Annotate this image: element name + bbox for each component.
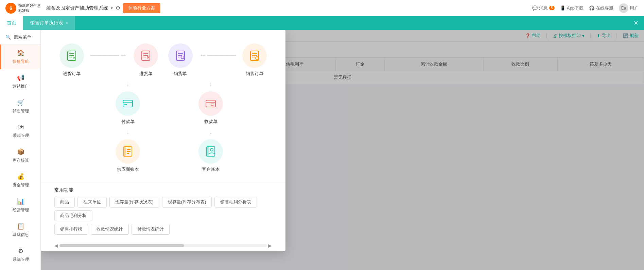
sales-order-circle — [242, 43, 267, 68]
system-dropdown-btn[interactable]: ▾ — [111, 6, 113, 11]
marketing-icon: 📢 — [17, 74, 24, 82]
flow-row-arrows-2: ↓ ↓ — [107, 128, 272, 136]
flow-node-supplier-book[interactable]: 供应商账本 — [107, 139, 148, 173]
sidebar-item-marketing[interactable]: 📢 营销推广 — [0, 69, 40, 94]
svg-point-34 — [210, 148, 213, 151]
system-title: 装备及固定资产辅助管理系统 — [46, 5, 108, 11]
arrow-h-2: ←───── — [197, 50, 237, 60]
sidebar-item-enterprise[interactable]: 🤝 企业协同 — [0, 267, 40, 270]
finance-icon: 💰 — [17, 173, 24, 180]
inventory-icon: 📦 — [17, 148, 24, 156]
operations-icon: 📊 — [17, 198, 24, 205]
svg-rect-20 — [123, 100, 133, 107]
phone-icon: 📱 — [560, 5, 565, 11]
tab-home[interactable]: 首页 — [0, 16, 23, 30]
func-buttons-2: 销售排行榜 收款情况统计 付款情况统计 — [54, 224, 272, 235]
sidebar-item-sales[interactable]: 🛒 销售管理 — [0, 94, 40, 119]
flow-node-purchase-slip[interactable]: 进货单 — [129, 43, 163, 77]
system-icon: ⚙ — [18, 247, 23, 255]
flow-node-payment[interactable]: 付款单 — [107, 91, 148, 125]
func-btn-sales-profit[interactable]: 销售毛利分析表 — [214, 197, 257, 208]
func-btn-counterparty[interactable]: 往来单位 — [77, 197, 107, 208]
modal-box: 进货订单 ─────→ 进货单 — [41, 30, 285, 251]
func-btn-payment-stats[interactable]: 付款情况统计 — [132, 224, 170, 235]
sales-icon: 🛒 — [17, 99, 24, 106]
func-btn-goods[interactable]: 商品 — [54, 197, 75, 208]
arrow-v-payment: ↓ — [107, 128, 148, 136]
flow-node-receipt[interactable]: 收款单 — [190, 91, 231, 125]
quick-nav-icon: 🏠 — [17, 49, 24, 57]
scroll-track[interactable] — [59, 244, 267, 247]
header-right: 💬 消息 5 📱 App下载 🎧 在线客服 Ea 用户 — [532, 3, 639, 13]
sidebar-item-basic-info[interactable]: 📋 基础信息 — [0, 218, 40, 242]
purchase-slip-label: 进货单 — [139, 71, 153, 77]
search-icon: 🔍 — [5, 35, 11, 40]
flow-node-customer-book[interactable]: 客户账本 — [190, 139, 231, 173]
func-btn-inventory-dist[interactable]: 现存量(库存分布表) — [162, 197, 212, 208]
func-btn-inventory-status[interactable]: 现存量(库存状况表) — [109, 197, 159, 208]
message-icon: 💬 — [532, 5, 538, 11]
payment-circle — [116, 91, 140, 116]
system-title-area: 装备及固定资产辅助管理系统 ▾ ⚙ 体验行业方案 — [46, 3, 532, 13]
purchase-icon: 🛍 — [18, 124, 24, 131]
sales-slip-circle — [168, 43, 193, 68]
basic-info-icon: 📋 — [17, 222, 24, 230]
top-header: 6 畅康通好生意 标准版 装备及固定资产辅助管理系统 ▾ ⚙ 体验行业方案 💬 … — [0, 0, 644, 16]
flow-row-arrows: ↓ ↓ — [107, 80, 272, 88]
purchase-order-label: 进货订单 — [63, 71, 81, 77]
online-service-item[interactable]: 🎧 在线客服 — [589, 5, 613, 11]
nav-tabs: 首页 销售订单执行表 × ✕ — [0, 16, 644, 30]
arrow-v-purchase: ↓ — [107, 80, 148, 88]
svg-rect-22 — [124, 104, 127, 105]
common-func: 常用功能 商品 往来单位 现存量(库存状况表) 现存量(库存分布表) 销售毛利分… — [41, 183, 285, 241]
flow-node-sales-order[interactable]: 销售订单 — [238, 43, 272, 77]
sales-order-label: 销售订单 — [246, 71, 263, 77]
flow-area: 进货订单 ─────→ 进货单 — [41, 30, 285, 183]
message-item[interactable]: 💬 消息 5 — [532, 5, 555, 11]
supplier-book-label: 供应商账本 — [117, 166, 139, 173]
app-download-item[interactable]: 📱 App下载 — [560, 5, 584, 11]
scroll-thumb — [59, 244, 184, 247]
main-layout: 🔍 搜索菜单 🏠 快捷导航 📢 营销推广 🛒 销售管理 🛍 采购管理 📦 库存核… — [0, 30, 644, 270]
arrow-v-receipt: ↓ — [190, 128, 231, 136]
svg-rect-28 — [124, 147, 126, 156]
sidebar-item-system[interactable]: ⚙ 系统管理 — [0, 242, 40, 267]
logo-icon: 6 — [5, 3, 16, 14]
sidebar-item-operations[interactable]: 📊 经营管理 — [0, 193, 40, 218]
sidebar-item-quick-nav[interactable]: 🏠 快捷导航 — [0, 44, 40, 69]
common-func-title: 常用功能 — [54, 187, 272, 193]
arrow-h-1: ─────→ — [89, 50, 128, 60]
tab-close-icon[interactable]: × — [66, 21, 68, 25]
content-area: ❓ 帮助 | 🖨 按模板打印 ▾ | ⬆ 导出 | 🔄 刷新 📅 — [41, 30, 644, 270]
func-btn-receipt-stats[interactable]: 收款情况统计 — [91, 224, 129, 235]
service-icon: 🎧 — [589, 5, 594, 11]
logo-text: 畅康通好生意 标准版 — [18, 3, 41, 13]
avatar: Ea — [619, 3, 628, 13]
sidebar-item-inventory[interactable]: 📦 库存核算 — [0, 143, 40, 168]
payment-label: 付款单 — [121, 119, 135, 125]
purchase-slip-circle — [134, 43, 158, 68]
func-btn-goods-profit[interactable]: 商品毛利分析 — [54, 210, 92, 221]
sidebar-item-purchase[interactable]: 🛍 采购管理 — [0, 119, 40, 143]
search-menu-item[interactable]: 🔍 搜索菜单 — [0, 30, 40, 44]
scroll-left-icon[interactable]: ◀ — [54, 243, 58, 248]
message-badge: 5 — [549, 6, 555, 10]
tab-sales-order-exec[interactable]: 销售订单执行表 × — [23, 16, 75, 30]
sidebar: 🔍 搜索菜单 🏠 快捷导航 📢 营销推广 🛒 销售管理 🛍 采购管理 📦 库存核… — [0, 30, 41, 270]
flow-node-sales-slip[interactable]: 销货单 — [163, 43, 197, 77]
customer-book-circle — [198, 139, 223, 164]
receipt-label: 收款单 — [204, 119, 217, 125]
flow-row-3: 供应商账本 客户账本 — [107, 139, 272, 173]
modal-overlay: 进货订单 ─────→ 进货单 — [41, 30, 644, 270]
svg-rect-14 — [181, 56, 184, 59]
func-buttons: 商品 往来单位 现存量(库存状况表) 现存量(库存分布表) 销售毛利分析表 商品… — [54, 197, 272, 221]
sidebar-item-finance[interactable]: 💰 资金管理 — [0, 168, 40, 193]
sales-slip-label: 销货单 — [174, 71, 187, 77]
user-item[interactable]: Ea 用户 — [619, 3, 639, 13]
tab-close-right[interactable]: ✕ — [633, 19, 644, 27]
scroll-right-icon[interactable]: ▶ — [268, 243, 272, 248]
func-btn-sales-rank[interactable]: 销售排行榜 — [54, 224, 88, 235]
settings-icon[interactable]: ⚙ — [116, 5, 120, 11]
flow-node-purchase-order[interactable]: 进货订单 — [54, 43, 89, 77]
trial-btn[interactable]: 体验行业方案 — [123, 3, 160, 13]
